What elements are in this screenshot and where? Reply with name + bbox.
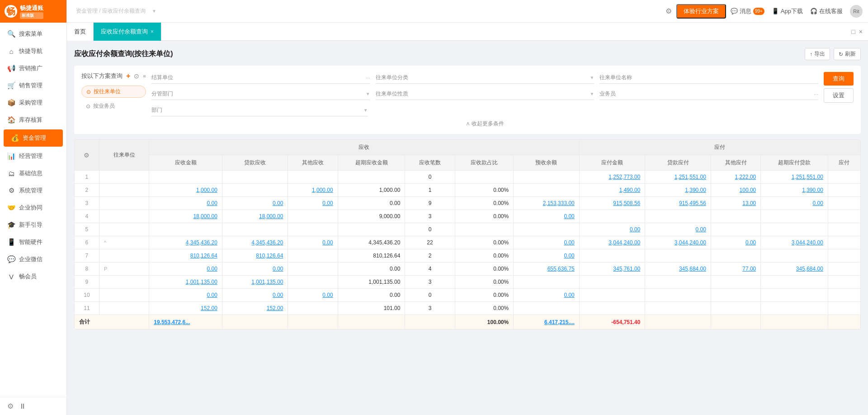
table-row: 8P0.000.000.0040.00%655,636.75345,761.00… <box>75 262 861 276</box>
tab-receivable[interactable]: 应收应付余额查询 × <box>94 23 161 41</box>
cell-no: 8 <box>75 262 99 276</box>
app-download-button[interactable]: 📱 App下载 <box>772 7 803 15</box>
filter-rows: 结算单位 ··· 往来单位分类 ▼ 往来单位名称 <box>151 72 818 116</box>
collapse-bottom-icon[interactable]: ⏸ <box>19 402 26 410</box>
sidebar-item-guide[interactable]: 🎓 新手引导 <box>0 216 66 234</box>
app-icon: 📱 <box>772 8 779 14</box>
sidebar-item-inventory[interactable]: 🏠 库存核算 <box>0 111 66 129</box>
cell-pay-amount <box>579 302 645 315</box>
sidebar-icon-quicknav: ⌂ <box>7 48 15 55</box>
cell-pay-loan <box>645 276 711 289</box>
cell-pay-other <box>711 210 760 223</box>
cell-pay-tail <box>828 223 860 236</box>
cell-rec-count: 0 <box>405 223 455 236</box>
partner-type-arrow[interactable]: ▼ <box>590 75 594 80</box>
cell-partner <box>99 276 149 289</box>
col-settings-header[interactable]: ⚙ <box>75 140 99 171</box>
total-rec-loan <box>222 315 288 329</box>
sidebar-item-basic[interactable]: 🗂 基础信息 <box>0 165 66 182</box>
cell-no: 10 <box>75 289 99 302</box>
message-button[interactable]: 💬 消息 99+ <box>731 7 764 15</box>
cell-pay-other: 77.00 <box>711 262 760 276</box>
cell-pay-loan: 0.00 <box>645 223 711 236</box>
close-tab-icon[interactable]: × <box>859 28 863 35</box>
cell-rec-count: 3 <box>405 276 455 289</box>
scheme-salesman[interactable]: ⊙ 按业务员 <box>81 100 146 112</box>
avatar[interactable]: Rit <box>850 5 863 18</box>
sidebar-item-quicknav[interactable]: ⌂ 快捷导航 <box>0 43 66 60</box>
division-arrow[interactable]: ▼ <box>363 108 368 113</box>
cell-pay-amount: 0.00 <box>579 223 645 236</box>
filter-collapse-icon[interactable]: « <box>143 73 146 79</box>
app-label: App下载 <box>781 7 803 15</box>
table-row: 500.000.00 <box>75 223 861 236</box>
sidebar-item-business[interactable]: 📊 经营管理 <box>0 148 66 165</box>
nature-arrow[interactable]: ▼ <box>590 91 594 96</box>
settings-bottom-icon[interactable]: ⚙ <box>7 402 14 410</box>
cell-rec-loan: 4,345,436.20 <box>222 236 288 249</box>
cell-pay-tail <box>828 171 860 184</box>
salesman-dots-icon[interactable]: ··· <box>814 91 818 97</box>
scheme-partner[interactable]: ⊙ 按往来单位 <box>81 86 146 98</box>
collapse-more-button[interactable]: ∧ 收起更多条件 <box>151 120 818 128</box>
filter-row-1: 结算单位 ··· 往来单位分类 ▼ 往来单位名称 <box>151 72 818 84</box>
cell-rec-amount: 1,000.00 <box>149 184 222 197</box>
cell-rec-overdue: 810,126.64 <box>338 249 405 262</box>
cell-pay-other: 13.00 <box>711 197 760 210</box>
cell-rec-loan: 0.00 <box>222 262 288 276</box>
refresh-button[interactable]: ↻ 刷新 <box>834 48 861 60</box>
cell-rec-ratio: 0.00% <box>455 276 513 289</box>
sidebar: 畅 畅捷通账 标准版 🔍 搜索菜单 ⌂ 快捷导航 📢 营销推广 🛒 销售管理 📦… <box>0 0 67 415</box>
tab-close-icon[interactable]: × <box>151 29 154 35</box>
cell-no: 9 <box>75 276 99 289</box>
cell-rec-count: 3 <box>405 210 455 223</box>
cell-pay-amount <box>579 210 645 223</box>
sidebar-item-wechat[interactable]: 💬 企业微信 <box>0 251 66 268</box>
settlement-dots-icon[interactable]: ··· <box>366 75 370 81</box>
sidebar-item-member[interactable]: V 畅会员 <box>0 268 66 285</box>
export-label: 导出 <box>814 50 825 58</box>
sidebar-item-enterprise[interactable]: 🤝 企业协同 <box>0 199 66 216</box>
table-row: 7810,126.64810,126.64810,126.6420.00%0.0… <box>75 249 861 262</box>
breadcrumb-chevron: ▼ <box>152 9 156 14</box>
total-pay-other <box>711 315 760 329</box>
sidebar-label-business: 经营管理 <box>19 152 42 160</box>
cell-pay-overdue <box>761 276 828 289</box>
sidebar-item-system[interactable]: ⚙ 系统管理 <box>0 182 66 199</box>
table-settings-icon[interactable]: ⚙ <box>84 152 90 159</box>
sidebar-item-purchase[interactable]: 📦 采购管理 <box>0 94 66 111</box>
maximize-icon[interactable]: □ <box>851 28 855 35</box>
query-button[interactable]: 查询 <box>824 72 854 86</box>
cell-pay-other: 1,222.00 <box>711 171 760 184</box>
sidebar-label-basic: 基础信息 <box>19 169 42 177</box>
export-button[interactable]: ↑ 导出 <box>805 48 830 60</box>
service-button[interactable]: 🎧 在线客服 <box>810 7 843 15</box>
sidebar-item-marketing[interactable]: 📢 营销推广 <box>0 60 66 77</box>
tab-home[interactable]: 首页 <box>67 23 94 41</box>
cell-rec-other: 0.00 <box>288 197 338 210</box>
sidebar-item-finance[interactable]: 💰 资金管理 <box>4 129 63 147</box>
refresh-icon: ↻ <box>839 51 843 57</box>
setting-button[interactable]: 设置 <box>824 88 854 103</box>
promo-button[interactable]: 体验行业方案 <box>676 4 726 19</box>
sidebar-item-search[interactable]: 🔍 搜索菜单 <box>0 25 66 43</box>
sidebar-icon-member: V <box>7 273 15 281</box>
dept-arrow[interactable]: ▼ <box>366 91 370 96</box>
filter-add-button[interactable]: + <box>126 72 130 80</box>
scheme-salesman-icon: ⊙ <box>86 103 90 110</box>
filter-area: 按以下方案查询 + ⊙ « ⊙ 按往来单位 ⊙ 按业务员 <box>74 66 861 134</box>
scheme-salesman-label: 按业务员 <box>93 102 115 110</box>
filter-fields-container: 结算单位 ··· 往来单位分类 ▼ 往来单位名称 <box>151 72 818 128</box>
cell-rec-ratio: 0.00% <box>455 236 513 249</box>
sidebar-item-sales[interactable]: 🛒 销售管理 <box>0 77 66 94</box>
cell-rec-loan: 1,001,135.00 <box>222 276 288 289</box>
sidebar-item-hardware[interactable]: 📱 智能硬件 <box>0 234 66 251</box>
sidebar-label-member: 畅会员 <box>19 272 37 281</box>
sidebar-icon-enterprise: 🤝 <box>7 204 15 212</box>
filter-schema-icon[interactable]: ⊙ <box>134 72 139 80</box>
table-row: 101,252,773.001,251,551.001,222.001,251,… <box>75 171 861 184</box>
cell-pay-tail <box>828 184 860 197</box>
cell-rec-ratio <box>455 171 513 184</box>
cell-rec-amount: 4,345,436.20 <box>149 236 222 249</box>
header-gear-icon[interactable]: ⚙ <box>665 7 672 15</box>
